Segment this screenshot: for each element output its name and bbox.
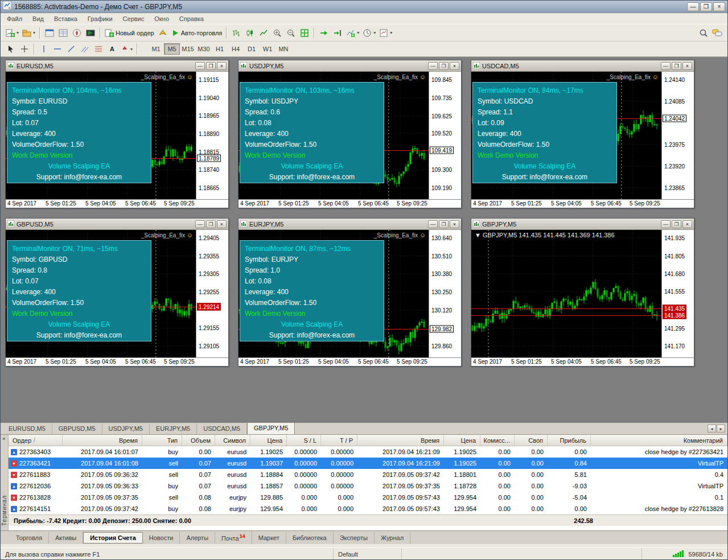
navigator-button[interactable] [70,26,84,40]
window-minimize-button[interactable]: — [687,2,699,11]
column-header[interactable]: Своп [515,435,548,446]
menu-item[interactable]: Сервис [118,14,150,23]
chart-titlebar[interactable]: USDCAD,M5 — ❐ × [471,60,694,72]
bar-chart-button[interactable] [229,26,243,40]
column-header[interactable]: Символ [215,435,250,446]
price-scale[interactable]: 1.191151.190401.189651.188901.188151.187… [196,72,228,199]
profiles-button[interactable]: ▾ [20,26,37,40]
scroll-left-icon[interactable]: ◂ [708,425,716,433]
status-profile[interactable]: Default [334,548,402,560]
periods-button[interactable]: ▾ [361,26,377,40]
menu-item[interactable]: Окно [149,14,174,23]
terminal-tab-маркет[interactable]: Маркет [252,532,286,543]
price-scale[interactable]: 130.640130.510130.380130.250130.120129.8… [429,230,461,357]
terminal-tab-алерты[interactable]: Алерты [180,532,215,543]
chart-window[interactable]: EURJPY,M5 — ❐ × TerminalMonitor ON, 87ms… [238,218,462,367]
chart-titlebar[interactable]: USDJPY,M5 — ❐ × [238,60,461,72]
chart-minimize-button[interactable]: — [428,62,438,70]
zoom-out-button[interactable] [284,26,298,40]
chart-minimize-button[interactable]: — [661,62,671,70]
metaeditor-button[interactable] [156,26,170,40]
smiley-icon[interactable]: ☺ [652,73,659,80]
price-scale[interactable]: 141.935141.805141.680141.555141.295141.1… [661,230,694,357]
timeframe-h4-button[interactable]: H4 [228,43,244,55]
cursor-button[interactable] [4,42,18,56]
column-header[interactable]: Прибыль [548,435,591,446]
chart-close-button[interactable]: × [450,62,459,70]
column-header[interactable]: Комментарий [591,435,727,446]
column-header[interactable]: Время [357,435,444,446]
time-axis[interactable]: 4 Sep 20175 Sep 01:255 Sep 04:055 Sep 06… [6,199,228,208]
indicators-button[interactable]: ▾ [344,26,361,40]
terminal-tab-библиотека[interactable]: Библиотека [286,532,334,543]
chart-window[interactable]: USDJPY,M5 — ❐ × TerminalMonitor ON, 103m… [238,60,462,208]
chart-close-button[interactable]: × [682,62,692,70]
column-header[interactable]: Цена [444,435,480,446]
terminal-tab-активы[interactable]: Активы [49,532,83,543]
column-header[interactable]: T / P [321,435,357,446]
time-axis[interactable]: 4 Sep 20175 Sep 01:255 Sep 04:055 Sep 06… [471,199,694,208]
column-header[interactable]: Ордер/ [9,435,63,446]
history-row[interactable]: ▲2276120362017.09.05 09:36:33buy0.07euru… [9,480,727,492]
history-row[interactable]: ▲2276141512017.09.05 09:37:42buy0.08eurj… [9,503,727,514]
history-row[interactable]: ▲2273634032017.09.04 16:01:07buy0.00euru… [9,446,727,458]
chart-shift-button[interactable] [331,26,344,40]
line-chart-button[interactable] [257,26,270,40]
timeframe-h1-button[interactable]: H1 [212,43,228,55]
chart-close-button[interactable]: × [217,62,227,70]
search-button[interactable] [697,26,710,40]
column-header[interactable]: Комисс... [480,435,515,446]
menu-item[interactable]: Вставка [49,14,83,23]
zoom-in-button[interactable] [270,26,284,40]
chart-plot[interactable] [471,230,661,357]
column-header[interactable]: Тип [142,435,182,446]
chart-tab[interactable]: GBPJPY,M5 [247,422,295,434]
tile-windows-button[interactable] [298,26,311,40]
terminal-tab-история-счета[interactable]: История Счета [83,532,143,543]
chart-minimize-button[interactable]: — [428,220,438,228]
vertical-line-button[interactable] [37,42,51,56]
chart-tab[interactable]: EURUSD,M5 [2,423,52,434]
chart-titlebar[interactable]: GBPJPY,M5 — ❐ × [471,219,694,230]
chart-titlebar[interactable]: EURJPY,M5 — ❐ × [238,219,461,230]
column-header[interactable]: Объем [182,435,215,446]
channel-button[interactable] [78,42,92,56]
timeframe-m30-button[interactable]: M30 [196,43,212,55]
trendline-button[interactable] [64,42,78,56]
chart-close-button[interactable]: × [217,220,227,228]
chart-restore-button[interactable]: ❐ [672,62,681,70]
timeframe-m5-button[interactable]: M5 [164,43,180,55]
fibonacci-button[interactable] [92,42,105,56]
titlebar[interactable]: 1568885: Activtrades-Demo - Демо Счет - … [1,1,727,13]
smiley-icon[interactable]: ☺ [419,232,426,238]
community-button[interactable] [710,26,724,40]
chart-tab[interactable]: GBPUSD,M5 [52,423,102,434]
new-chart-button[interactable]: ▾ [4,26,20,40]
window-close-button[interactable]: × [713,2,725,11]
scroll-right-icon[interactable]: ▸ [717,425,725,433]
menu-item[interactable]: Справка [174,14,209,23]
chart-close-button[interactable]: × [682,220,692,228]
chart-tab[interactable]: USDCAD,M5 [197,423,247,434]
templates-button[interactable]: ▾ [377,26,394,40]
horizontal-line-button[interactable] [51,42,64,56]
autotrade-button[interactable]: Авто-торговля [170,26,224,40]
terminal-tab-эксперты[interactable]: Эксперты [334,532,375,543]
time-axis[interactable]: 4 Sep 20175 Sep 01:255 Sep 04:055 Sep 06… [471,357,694,366]
timeframe-m15-button[interactable]: M15 [180,43,196,55]
arrows-button[interactable]: ▾ [119,42,134,56]
data-window-button[interactable] [56,26,70,40]
time-axis[interactable]: 4 Sep 20175 Sep 01:255 Sep 04:055 Sep 06… [6,357,228,366]
chart-window[interactable]: GBPUSD,M5 — ❐ × TerminalMonitor ON, 71ms… [5,218,229,367]
terminal-tab-журнал[interactable]: Журнал [375,532,410,543]
terminal-tab-почта[interactable]: Почта14 [215,531,252,544]
smiley-icon[interactable]: ☺ [187,73,193,80]
history-row[interactable]: ▼2276138282017.09.05 09:37:35sell0.08eur… [9,492,727,503]
timeframe-d1-button[interactable]: D1 [244,43,260,55]
column-header[interactable]: Время [63,435,142,446]
chart-close-button[interactable]: × [450,220,459,228]
terminal-tab-новости[interactable]: Новости [143,532,180,543]
auto-scroll-button[interactable] [317,26,331,40]
chart-minimize-button[interactable]: — [195,62,205,70]
chart-restore-button[interactable]: ❐ [206,62,216,70]
